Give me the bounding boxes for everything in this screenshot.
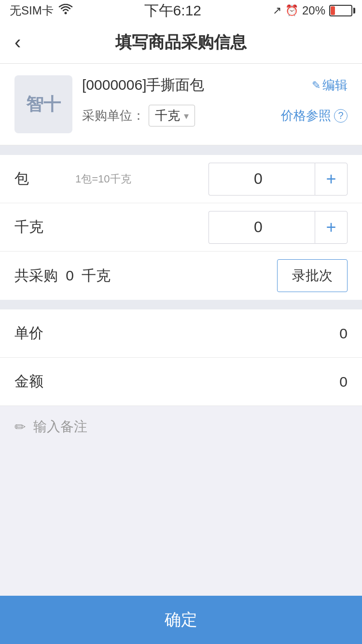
unit-price-row: 单价 0 xyxy=(0,309,362,358)
amount-row: 金额 0 xyxy=(0,358,362,406)
location-icon: ↗ xyxy=(273,4,281,17)
amount-label: 金额 xyxy=(14,372,43,392)
status-time: 下午6:12 xyxy=(144,1,201,21)
edit-button[interactable]: ✎ 编辑 xyxy=(312,77,348,94)
purchase-unit-row: 采购单位： 千克 ▾ 价格参照 ? xyxy=(82,105,348,126)
product-name: [0000006]手撕面包 xyxy=(82,75,204,95)
summary-row: 共采购 0 千克 录批次 xyxy=(0,252,362,300)
chevron-down-icon: ▾ xyxy=(184,110,189,122)
wifi-icon xyxy=(58,4,73,17)
unit-price-value: 0 xyxy=(339,325,348,342)
product-card: 智十 [0000006]手撕面包 ✎ 编辑 采购单位： 千克 ▾ 价格参照 ? xyxy=(0,64,362,145)
section-divider-1 xyxy=(0,145,362,155)
pack-input-right: + xyxy=(209,163,348,196)
section-divider-2 xyxy=(0,300,362,309)
purchase-unit-label: 采购单位： xyxy=(82,107,145,124)
kg-input[interactable] xyxy=(209,211,315,244)
svg-point-0 xyxy=(64,12,67,14)
alarm-icon: ⏰ xyxy=(285,4,298,17)
product-logo: 智十 xyxy=(26,93,61,116)
amount-value: 0 xyxy=(339,374,348,390)
pack-sub-label: 1包=10千克 xyxy=(75,172,131,186)
summary-text: 共采购 0 千克 xyxy=(14,266,111,286)
edit-icon: ✎ xyxy=(312,79,320,92)
batch-button[interactable]: 录批次 xyxy=(277,259,348,292)
unit-value: 千克 xyxy=(155,107,180,124)
status-bar: 无SIM卡 下午6:12 ↗ ⏰ 20% xyxy=(0,0,362,21)
page-title: 填写商品采购信息 xyxy=(115,31,247,54)
pack-input[interactable] xyxy=(209,163,315,196)
product-name-row: [0000006]手撕面包 ✎ 编辑 xyxy=(82,75,348,95)
unit-selector[interactable]: 千克 ▾ xyxy=(149,105,195,126)
product-info: [0000006]手撕面包 ✎ 编辑 采购单位： 千克 ▾ 价格参照 ? xyxy=(82,75,348,126)
nav-bar: ‹ 填写商品采购信息 xyxy=(0,21,362,64)
content-area xyxy=(0,448,362,602)
unit-price-label: 单价 xyxy=(14,323,43,343)
help-icon: ? xyxy=(334,109,348,123)
notes-section[interactable]: ✏ 输入备注 xyxy=(0,406,362,448)
battery-percent: 20% xyxy=(302,4,325,17)
kg-input-row: 千克 + xyxy=(0,203,362,252)
pencil-icon: ✏ xyxy=(14,419,26,435)
kg-input-right: + xyxy=(209,211,348,244)
kg-label: 千克 xyxy=(14,217,72,237)
back-button[interactable]: ‹ xyxy=(14,31,21,53)
kg-plus-button[interactable]: + xyxy=(315,211,348,244)
input-section: 包 1包=10千克 + 千克 + xyxy=(0,155,362,252)
status-right: ↗ ⏰ 20% xyxy=(273,4,352,17)
notes-placeholder: 输入备注 xyxy=(33,418,87,436)
pack-input-row: 包 1包=10千克 + xyxy=(0,155,362,203)
pack-plus-button[interactable]: + xyxy=(315,163,348,196)
info-section: 单价 0 金额 0 xyxy=(0,309,362,406)
price-ref-button[interactable]: 价格参照 ? xyxy=(281,107,348,124)
battery-icon xyxy=(329,5,352,16)
confirm-button[interactable]: 确定 xyxy=(0,596,362,644)
carrier-text: 无SIM卡 xyxy=(10,3,54,18)
status-left: 无SIM卡 xyxy=(10,3,73,18)
product-image: 智十 xyxy=(14,75,72,133)
pack-label: 包 xyxy=(14,169,72,189)
